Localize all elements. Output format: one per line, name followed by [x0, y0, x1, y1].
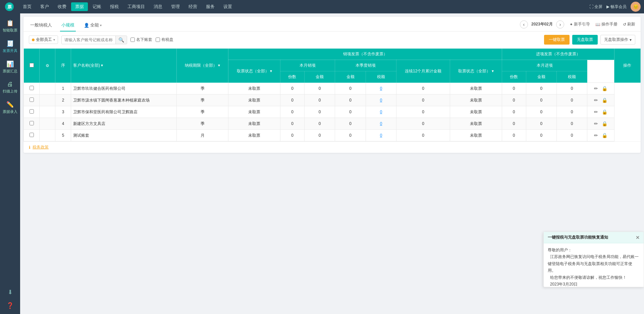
tax-policy-link[interactable]: 税务政策	[33, 144, 49, 150]
nav-item-settings[interactable]: 设置	[219, 2, 236, 11]
more-btn[interactable]: 🔒	[600, 109, 609, 115]
employee-arrow-icon: ▾	[53, 38, 55, 42]
employee-filter-select[interactable]: 全部员工 ▾	[29, 36, 58, 44]
sales-status-filter-icon[interactable]: ▾	[270, 69, 272, 73]
period-next-btn[interactable]: ›	[556, 20, 564, 28]
row-cumulative: 0	[396, 95, 450, 106]
row-checkbox[interactable]	[30, 109, 34, 114]
nav-item-account[interactable]: 记账	[89, 2, 105, 11]
col-index-header: 序	[55, 49, 71, 83]
sidebar-item-scan-upload[interactable]: 🖨 扫描上传	[1, 78, 19, 97]
sidebar-bottom-download[interactable]: ⬇	[5, 287, 15, 297]
guide-btn[interactable]: ✦ 新手引导	[570, 21, 590, 27]
sales-cancel-status-header: 取票状态（全部） ▾	[228, 60, 280, 83]
edit-btn[interactable]: ✏	[593, 97, 599, 104]
row-in-amount: 0	[526, 83, 556, 95]
row-index: 5	[55, 130, 71, 141]
notification-close-btn[interactable]: ✕	[636, 235, 640, 240]
row-checkbox[interactable]	[30, 133, 34, 137]
current-quarter-sales-header: 本季度销项	[335, 60, 396, 71]
notification-popup: 一键报税与无盘取票功能恢复通知 ✕ 尊敬的用户： 江苏政务网已恢复访问电子税务局…	[543, 232, 644, 287]
row-sales-amount: 0	[304, 118, 335, 130]
row-sales-status: 未取票	[228, 95, 280, 106]
sidebar-bottom-help[interactable]: ❓	[5, 301, 15, 311]
table-row: 1 卫辉市玖玖健合医药有限公司 季 未取票 0 0 0 0 0 未取票 0 0 …	[24, 83, 641, 95]
nav-item-biz[interactable]: 经营	[184, 2, 201, 11]
filter-icon[interactable]: ▾	[101, 63, 103, 68]
row-checkbox[interactable]	[30, 121, 34, 125]
nav-item-tax[interactable]: 报税	[106, 2, 123, 11]
period-prev-btn[interactable]: ‹	[520, 20, 528, 28]
youshui-checkbox[interactable]	[156, 38, 160, 42]
edit-btn[interactable]: ✏	[593, 132, 599, 139]
taxperiod-filter-icon[interactable]: ▾	[218, 63, 220, 68]
nav-item-fee[interactable]: 收费	[54, 2, 70, 11]
youshui-checkbox-label[interactable]: 有税盘	[156, 37, 173, 43]
smart-ticket-icon: 📋	[6, 19, 14, 27]
person-icon: 👤	[84, 23, 89, 28]
one-click-ticket-btn[interactable]: 一键取票	[544, 35, 570, 45]
row-checkbox[interactable]	[30, 98, 34, 102]
no-disc-op-btn[interactable]: 无盘取票操作 ▾	[600, 35, 635, 45]
content-card: 一般纳税人 小规模 👤 全能 ▾ ‹ 2023年02月 › ✦ 新手引导 📖 操…	[23, 17, 641, 153]
row-cumulative: 0	[396, 83, 450, 95]
search-button[interactable]: 🔍	[115, 36, 127, 44]
employee-dot	[32, 39, 35, 41]
row-name: 测试账套	[71, 130, 177, 141]
more-btn[interactable]: 🔒	[600, 97, 609, 104]
row-in-tax: 0	[556, 118, 587, 130]
in-copies-header: 份数	[502, 71, 526, 83]
row-in-status: 未取票	[450, 118, 502, 130]
tab-small-scale[interactable]: 小规模	[60, 19, 76, 32]
mingxia-checkbox[interactable]	[130, 38, 135, 42]
row-cumulative: 0	[396, 106, 450, 118]
nav-item-bizproject[interactable]: 工商项目	[123, 2, 149, 11]
row-quarter-amount: 0	[335, 83, 366, 95]
nav-item-manage[interactable]: 管理	[167, 2, 184, 11]
tab-quanbu[interactable]: 👤 全能 ▾	[83, 19, 103, 32]
more-btn[interactable]: 🔒	[600, 85, 609, 92]
row-cumulative: 0	[396, 118, 450, 130]
edit-btn[interactable]: ✏	[593, 109, 599, 115]
row-in-tax: 0	[556, 106, 587, 118]
nav-item-customer[interactable]: 客户	[36, 2, 53, 11]
no-disc-ticket-btn[interactable]: 无盘取票	[572, 35, 598, 45]
sidebar-item-smart-ticket[interactable]: 📋 智能取票	[1, 17, 19, 36]
sidebar-item-invoice-open[interactable]: 🧾 发票开具	[1, 37, 19, 56]
table-row: 4 新建区方方文具店 季 未取票 0 0 0 0 0 未取票 0 0 0	[24, 118, 641, 130]
nav-item-message[interactable]: 消息	[150, 2, 166, 11]
table-wrap: ⚙ 序 客户名称(全部) ▾ 纳税期限（全部） ▾ 销项发票（不含作废票） 进项…	[23, 48, 641, 141]
edit-btn[interactable]: ✏	[593, 120, 599, 127]
sidebar-item-invoice-entry[interactable]: ✏️ 票据录入	[1, 98, 19, 117]
row-in-status: 未取票	[450, 95, 502, 106]
in-cancel-status-header: 取票状态（全部） ▾	[450, 60, 502, 83]
mingxia-checkbox-label[interactable]: 名下账套	[130, 37, 152, 43]
info-icon: ℹ	[29, 145, 31, 150]
sidebar-item-invoice-summary[interactable]: 📊 票据汇总	[1, 58, 19, 76]
fullscreen-btn[interactable]: ⛶ 全屏	[589, 4, 602, 10]
row-checkbox[interactable]	[30, 86, 34, 90]
search-input[interactable]	[62, 36, 115, 44]
row-in-status: 未取票	[450, 83, 502, 95]
more-btn[interactable]: 🔒	[600, 120, 609, 127]
nav-items: 首页 客户 收费 票据 记账 报税 工商项目 消息 管理 经营 服务 设置	[19, 2, 589, 11]
table-row: 3 卫辉市保和堂医药有限公司卫辉路店 季 未取票 0 0 0 0 0 未取票 0…	[24, 106, 641, 118]
edit-btn[interactable]: ✏	[593, 85, 599, 92]
row-in-amount: 0	[526, 130, 556, 141]
tab-general-taxpayer[interactable]: 一般纳税人	[29, 19, 53, 32]
nav-item-invoice[interactable]: 票据	[71, 2, 88, 11]
row-quarter-tax: 0	[366, 83, 396, 95]
member-btn[interactable]: ▶ 畅享会员	[606, 4, 627, 10]
in-status-filter-icon[interactable]: ▾	[492, 69, 494, 73]
select-all-checkbox[interactable]	[30, 63, 34, 67]
quarter-amount-header: 金额	[335, 71, 366, 83]
avatar[interactable]: 😊	[631, 2, 641, 12]
more-btn[interactable]: 🔒	[600, 132, 609, 139]
refresh-btn[interactable]: ↺ 刷新	[623, 21, 635, 27]
row-in-amount: 0	[526, 118, 556, 130]
row-sales-amount: 0	[304, 106, 335, 118]
manual-btn[interactable]: 📖 操作手册	[595, 21, 618, 27]
nav-item-service[interactable]: 服务	[202, 2, 219, 11]
notification-header: 一键报税与无盘取票功能恢复通知 ✕	[544, 232, 644, 243]
nav-item-home[interactable]: 首页	[19, 2, 36, 11]
